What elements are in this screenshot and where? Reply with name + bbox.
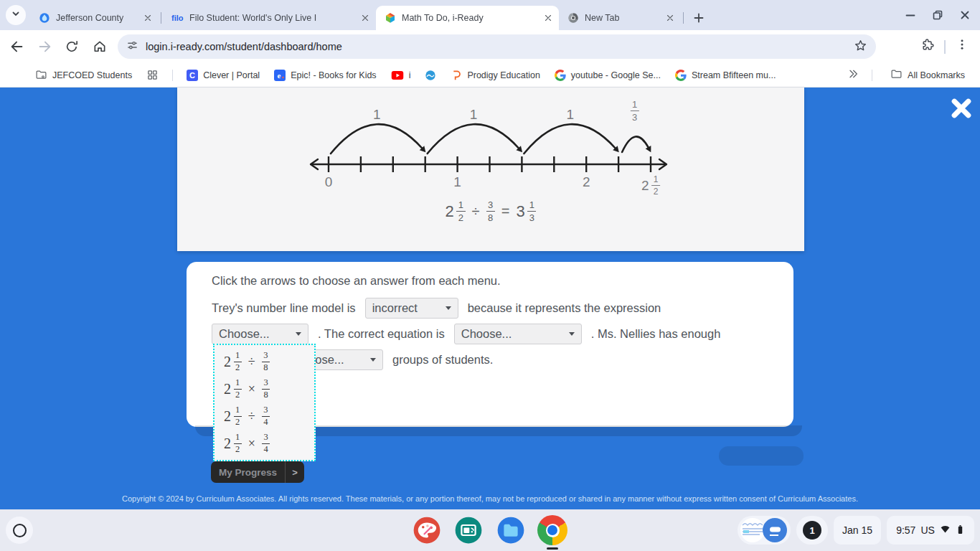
numberline-figure: [177, 88, 804, 251]
iready-favicon: [384, 12, 396, 24]
tab-strip: Jefferson CountyfiloFilo Student: World'…: [0, 0, 980, 30]
apps-grid-icon: [146, 69, 159, 81]
menu-option[interactable]: 212×34: [224, 430, 314, 457]
chromeos-screen: Jefferson CountyfiloFilo Student: World'…: [0, 0, 980, 551]
bookmark-star-icon[interactable]: [854, 39, 867, 55]
bookmark-youtube-google-se[interactable]: youtube - Google Se...: [550, 67, 666, 84]
question-text: Trey's number line model is: [212, 301, 356, 315]
dropdown-correct-equation[interactable]: Choose...: [454, 324, 582, 344]
bookmark-stream-bfifteen-mu[interactable]: Stream Bfifteen mu...: [670, 67, 781, 84]
bookmark-label: JEFCOED Students: [52, 70, 132, 80]
google-icon: [675, 70, 687, 81]
window-controls: [904, 0, 976, 30]
bookmark-clever-portal[interactable]: CClever | Portal: [182, 67, 265, 84]
filo-favicon: filo: [171, 12, 184, 24]
chrome-app-icon[interactable]: [537, 515, 567, 545]
next-card-peek: [719, 446, 804, 466]
address-bar[interactable]: login.i-ready.com/student/dashboard/home: [118, 34, 876, 59]
bookmark-label: i: [409, 70, 411, 80]
canvas-app-icon[interactable]: [412, 515, 442, 545]
home-icon[interactable]: [91, 38, 108, 55]
my-progress-button[interactable]: My Progress >: [211, 461, 304, 483]
operator: ×: [248, 436, 255, 451]
google-icon: [555, 70, 566, 81]
operator: ÷: [472, 203, 480, 220]
bookmark-label: Epic! - Books for Kids: [291, 70, 377, 80]
tab-close-icon[interactable]: [664, 11, 677, 24]
tab-math-to-do-i-ready[interactable]: Math To Do, i-Ready: [376, 6, 559, 30]
expression-dropdown-menu: 212÷38212×38212÷34212×34: [213, 344, 316, 461]
chevron-right-icon: >: [285, 461, 304, 483]
menu-option[interactable]: 212×38: [224, 375, 314, 402]
window-preview-thumbnail: [738, 516, 791, 545]
extensions-icon[interactable]: [920, 38, 935, 52]
bookmarks-bar: JEFCOED StudentsCClever | PortaleEpic! -…: [0, 63, 980, 88]
tab-filo-student-world-s-only-live-i[interactable]: filoFilo Student: World's Only Live I: [164, 6, 376, 30]
site-settings-icon[interactable]: [126, 39, 138, 55]
managed-folder-icon: [35, 69, 47, 81]
bookmark-wave-icon[interactable]: [420, 67, 441, 84]
back-icon[interactable]: [9, 38, 26, 55]
close-activity-button[interactable]: [948, 96, 974, 122]
files-app-icon[interactable]: [496, 515, 526, 545]
operator: ÷: [248, 409, 255, 424]
bookmark-apps-grid-icon[interactable]: [141, 67, 164, 84]
question-text: . Ms. Nellies has enough: [591, 327, 721, 341]
dropdown-model-judgment[interactable]: incorrect: [365, 298, 458, 319]
fraction: 34: [262, 405, 270, 427]
minimize-button[interactable]: [904, 9, 917, 22]
copyright-text: Copyright © 2024 by Curriculum Associate…: [0, 494, 980, 503]
window-preview-pill[interactable]: [738, 516, 791, 545]
numberline-panel: 01221211113 212÷38=313: [177, 88, 804, 251]
tabs-container: Jefferson CountyfiloFilo Student: World'…: [30, 6, 709, 30]
tab-new-tab[interactable]: New Tab: [559, 6, 681, 30]
chromeos-shelf: 1 Jan 15 9:57 US: [0, 509, 980, 551]
menu-kebab-icon[interactable]: [956, 38, 969, 51]
fraction: 12: [234, 405, 242, 427]
tab-close-icon[interactable]: [542, 11, 555, 24]
operator: ÷: [248, 354, 255, 369]
tab-jefferson-county[interactable]: Jefferson County: [30, 6, 159, 30]
date-pill[interactable]: Jan 15: [834, 516, 881, 545]
tab-close-icon[interactable]: [141, 11, 154, 24]
chrome-logo: [537, 515, 567, 545]
restore-button[interactable]: [931, 9, 944, 22]
svg-text:e: e: [278, 71, 281, 80]
forward-icon[interactable]: [36, 38, 53, 55]
menu-option[interactable]: 212÷38: [224, 348, 314, 375]
bookmarks-overflow-icon[interactable]: [847, 68, 859, 82]
all-bookmarks-label: All Bookmarks: [908, 70, 965, 80]
chrome-favicon: [567, 12, 579, 24]
url-text[interactable]: login.i-ready.com/student/dashboard/home: [146, 41, 847, 52]
tab-search-button[interactable]: [6, 5, 26, 25]
bookmark-epic-books-for-kids[interactable]: eEpic! - Books for Kids: [269, 67, 382, 84]
mixed-number: 212: [224, 378, 242, 400]
screencast-app-icon[interactable]: [453, 515, 484, 545]
fraction: 12: [234, 351, 242, 372]
dropdown-value: incorrect: [372, 301, 418, 315]
menu-option[interactable]: 212÷34: [224, 402, 314, 430]
close-window-button[interactable]: [958, 9, 971, 22]
fraction: 38: [262, 378, 270, 400]
tab-separator: [683, 12, 684, 24]
tab-title: Math To Do, i-Ready: [402, 13, 536, 23]
question-prompt: Click the arrows to choose an answer fro…: [212, 274, 501, 288]
fraction: 38: [262, 351, 270, 372]
status-tray[interactable]: 9:57 US: [887, 516, 974, 545]
bookmark-jefcoed-students[interactable]: JEFCOED Students: [30, 67, 137, 84]
tab-close-icon[interactable]: [359, 11, 372, 24]
dropdown-expression[interactable]: Choose...: [212, 324, 308, 344]
date-text: Jan 15: [842, 524, 872, 536]
reload-icon[interactable]: [63, 38, 80, 55]
mixed-number: 212: [446, 200, 466, 222]
all-bookmarks-button[interactable]: All Bookmarks: [885, 67, 970, 84]
notification-counter[interactable]: 1: [796, 516, 828, 545]
mixed-number: 212: [224, 433, 242, 454]
fraction: 38: [486, 200, 495, 222]
youtube-icon: [391, 70, 404, 80]
new-tab-button[interactable]: [689, 8, 709, 28]
bookmark-prodigy-education[interactable]: Prodigy Education: [446, 67, 545, 84]
launcher-button[interactable]: [6, 517, 33, 544]
prodigy-icon: [451, 70, 462, 81]
bookmark-i[interactable]: i: [386, 67, 416, 84]
